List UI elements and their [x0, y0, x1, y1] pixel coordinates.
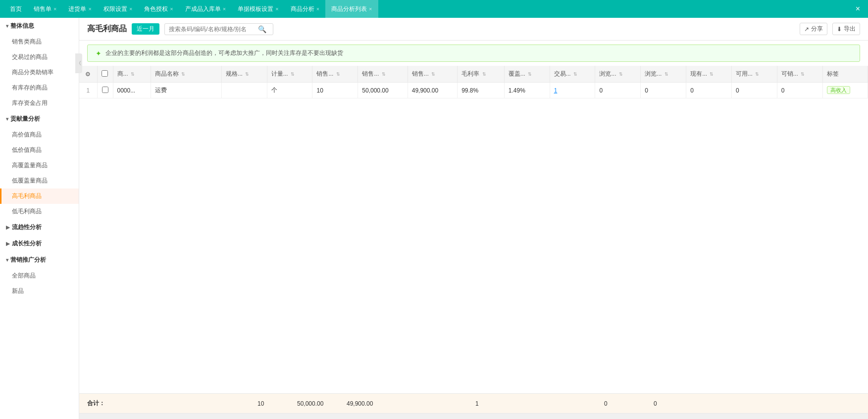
sort-coverage-icon: ⇅ — [528, 72, 532, 77]
sort-unit-icon: ⇅ — [291, 72, 295, 77]
arrow-marketing-icon: ▾ — [6, 257, 8, 263]
export-button[interactable]: ⬇ 导出 — [832, 23, 860, 35]
sidebar-group-contribution[interactable]: ▾ 贡献量分析 — [0, 111, 79, 127]
row-sales-profit: 49,900.00 — [408, 83, 457, 98]
row-number: 1 — [79, 83, 97, 98]
content-area: 高毛利商品 近一月 🔍 ↗ 分享 ⬇ 导出 ✦ 企业的主要的利润都是这部分商品创… — [79, 18, 868, 419]
total-sales-amt: 50,000.00 — [297, 400, 337, 407]
nav-product-analysis-list-close[interactable]: × — [369, 6, 372, 12]
sidebar-group-growth[interactable]: ▶ 成长性分析 — [0, 235, 79, 252]
share-button[interactable]: ↗ 分享 — [800, 23, 827, 35]
row-spec — [221, 83, 267, 98]
sort-name-icon: ⇅ — [181, 72, 185, 77]
row-tag: 高收入 — [822, 83, 868, 98]
sort-sellable-icon: ⇅ — [801, 72, 805, 77]
search-input[interactable] — [169, 26, 258, 33]
product-table: ⚙ 商... ⇅ 商品名称 ⇅ — [79, 66, 868, 98]
col-browse1[interactable]: 浏览... ⇅ — [595, 66, 641, 83]
row-available: 0 — [731, 83, 777, 98]
sort-sales-profit-icon: ⇅ — [431, 72, 435, 77]
nav-permission-settings[interactable]: 权限设置 × — [98, 0, 138, 18]
table-wrap: ⚙ 商... ⇅ 商品名称 ⇅ — [79, 66, 868, 393]
export-icon: ⬇ — [837, 26, 842, 33]
row-checkbox-cell[interactable] — [97, 83, 113, 98]
nav-purchase-order-close[interactable]: × — [88, 6, 91, 12]
search-box: 🔍 — [164, 23, 273, 35]
sidebar-item-stock-goods[interactable]: 有库存的商品 — [0, 80, 79, 95]
row-transaction: 1 — [550, 83, 595, 98]
col-spec[interactable]: 规格... ⇅ — [221, 66, 267, 83]
col-checkbox[interactable] — [97, 66, 113, 83]
sidebar-item-low-value[interactable]: 低价值商品 — [0, 142, 79, 158]
nav-product-inbound-close[interactable]: × — [223, 6, 226, 12]
col-transaction[interactable]: 交易... ⇅ — [550, 66, 595, 83]
table-header-row: ⚙ 商... ⇅ 商品名称 ⇅ — [79, 66, 868, 83]
content-header: 高毛利商品 近一月 🔍 ↗ 分享 ⬇ 导出 — [79, 18, 868, 41]
nav-template-settings-close[interactable]: × — [275, 6, 278, 12]
sort-spec-icon: ⇅ — [245, 72, 249, 77]
share-icon: ↗ — [804, 26, 809, 33]
footer-total: 合计： 10 50,000.00 49,900.00 1 0 0 — [79, 393, 868, 413]
sidebar-group-overall[interactable]: ▾ 整体信息 — [0, 18, 79, 34]
col-sales-amt[interactable]: 销售... ⇅ — [358, 66, 408, 83]
sidebar-item-high-value[interactable]: 高价值商品 — [0, 127, 79, 142]
arrow-contribution-icon: ▾ — [6, 116, 8, 122]
sidebar-item-traded-goods[interactable]: 交易过的商品 — [0, 49, 79, 65]
nav-template-settings[interactable]: 单据模板设置 × — [232, 0, 284, 18]
sidebar-collapse-button[interactable]: 《 — [75, 53, 82, 73]
col-sellable[interactable]: 可销... ⇅ — [777, 66, 822, 83]
total-sales-qty: 10 — [257, 400, 287, 407]
nav-product-inbound[interactable]: 产成品入库单 × — [179, 0, 232, 18]
col-tag[interactable]: 标签 — [822, 66, 868, 83]
nav-product-analysis-list[interactable]: 商品分析列表 × — [325, 0, 378, 18]
row-name: 运费 — [151, 83, 222, 98]
main-layout: ▾ 整体信息 销售类商品 交易过的商品 商品分类助销率 有库存的商品 库存资金占… — [0, 18, 868, 419]
sidebar-item-low-coverage[interactable]: 低覆盖量商品 — [0, 173, 79, 188]
sidebar-item-high-coverage[interactable]: 高覆盖量商品 — [0, 158, 79, 173]
sort-available-icon: ⇅ — [755, 72, 759, 77]
col-margin[interactable]: 毛利率 ⇅ — [458, 66, 505, 83]
col-code[interactable]: 商... ⇅ — [113, 66, 151, 83]
horizontal-scrollbar[interactable] — [79, 413, 868, 419]
nav-role-auth[interactable]: 角色授权 × — [138, 0, 179, 18]
sidebar-item-new-goods[interactable]: 新品 — [0, 283, 79, 299]
col-current-stock[interactable]: 现有... ⇅ — [686, 66, 732, 83]
col-browse2[interactable]: 浏览... ⇅ — [641, 66, 686, 83]
row-current-stock: 0 — [686, 83, 732, 98]
sidebar-group-marketing[interactable]: ▾ 营销推广分析 — [0, 252, 79, 268]
total-label: 合计： — [87, 399, 105, 408]
col-coverage[interactable]: 覆盖... ⇅ — [504, 66, 550, 83]
table-row: 1 0000... 运费 个 10 50,000.00 49,900.00 99… — [79, 83, 868, 98]
sidebar-item-low-margin[interactable]: 低毛利商品 — [0, 204, 79, 219]
nav-sales-order[interactable]: 销售单 × — [28, 0, 62, 18]
nav-product-analysis[interactable]: 商品分析 × — [285, 0, 325, 18]
row-sales-amt: 50,000.00 — [358, 83, 408, 98]
search-icon[interactable]: 🔍 — [258, 25, 266, 33]
nav-role-auth-close[interactable]: × — [170, 6, 173, 12]
sidebar-item-all-goods[interactable]: 全部商品 — [0, 268, 79, 283]
nav-product-analysis-close[interactable]: × — [316, 6, 319, 12]
sidebar-item-sales-goods[interactable]: 销售类商品 — [0, 34, 79, 49]
nav-purchase-order[interactable]: 进货单 × — [62, 0, 97, 18]
row-sellable: 0 — [777, 83, 822, 98]
window-close-button[interactable]: × — [852, 4, 864, 13]
time-filter-button[interactable]: 近一月 — [132, 23, 159, 35]
sidebar-item-high-margin[interactable]: 高毛利商品 — [0, 188, 79, 204]
page-title: 高毛利商品 — [87, 24, 127, 34]
col-name[interactable]: 商品名称 ⇅ — [151, 66, 222, 83]
nav-home[interactable]: 首页 — [4, 0, 28, 18]
sidebar-item-category-rate[interactable]: 商品分类助销率 — [0, 65, 79, 80]
total-available: 0 — [654, 400, 693, 407]
col-sales-qty[interactable]: 销售... ⇅ — [312, 66, 358, 83]
sidebar-group-trend[interactable]: ▶ 流趋性分析 — [0, 219, 79, 235]
nav-sales-order-close[interactable]: × — [53, 6, 56, 12]
row-checkbox[interactable] — [102, 87, 108, 93]
col-sales-profit[interactable]: 销售... ⇅ — [408, 66, 457, 83]
nav-permission-settings-close[interactable]: × — [129, 6, 132, 12]
select-all-checkbox[interactable] — [102, 70, 108, 77]
sidebar-item-stock-capital[interactable]: 库存资金占用 — [0, 95, 79, 111]
col-unit[interactable]: 计量... ⇅ — [267, 66, 312, 83]
sidebar: ▾ 整体信息 销售类商品 交易过的商品 商品分类助销率 有库存的商品 库存资金占… — [0, 18, 79, 419]
sort-browse2-icon: ⇅ — [664, 72, 668, 77]
col-available[interactable]: 可用... ⇅ — [731, 66, 777, 83]
